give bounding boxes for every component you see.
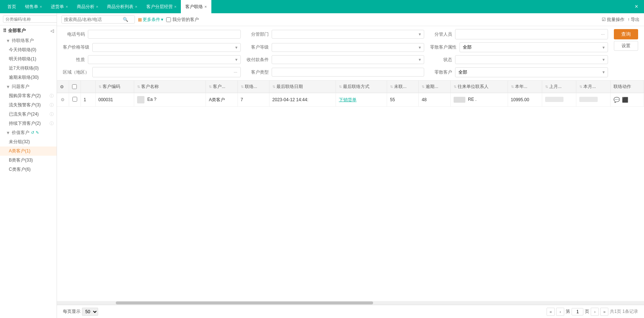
row-contact-count: 7 (237, 93, 269, 107)
sidebar-item-7days[interactable]: 近7天待联络(0) (0, 64, 57, 73)
last-method-link[interactable]: 下销货单 (339, 97, 357, 102)
customer-level-select[interactable]: ▾ (272, 43, 425, 52)
chat-action-icon[interactable]: 💬 (613, 97, 620, 103)
this-month-placeholder (579, 97, 598, 102)
customer-level-arrow: ▾ (419, 45, 421, 50)
sidebar-item-churn-warning[interactable]: 流失预警客户(3) ⓘ (0, 100, 57, 110)
page-size-select: 每页显示 50 (63, 308, 98, 316)
manager-dots-icon: ··· (601, 32, 605, 37)
info-icon-churn: ⓘ (50, 102, 54, 108)
sidebar-search-input[interactable] (3, 15, 57, 23)
edit-icon[interactable]: ✎ (36, 130, 39, 135)
nav-customer-contact[interactable]: 客户联络 × (181, 0, 211, 13)
retail-attr-select[interactable]: 全部 ▾ (459, 42, 608, 52)
sidebar-item-declining[interactable]: 持续下滑客户(2) ⓘ (0, 119, 57, 128)
row-this-month (576, 93, 611, 107)
next-page-btn[interactable]: › (591, 308, 599, 316)
payment-select[interactable]: ▾ (272, 55, 425, 64)
phone-input[interactable] (88, 30, 241, 39)
nav-sales[interactable]: 销售单 × (21, 0, 46, 13)
gear-icon[interactable]: ⚙ (60, 84, 64, 89)
region-dots[interactable]: ··· (92, 67, 241, 77)
pagination: « ‹ 第 页 › » 共1页 1条记录 (547, 308, 638, 316)
sidebar-item-overdue[interactable]: 逾期未联络(30) (0, 73, 57, 82)
nav-purchase[interactable]: 进货单 × (46, 0, 72, 13)
filter-payment: 收付款条件 ▾ (247, 55, 425, 64)
customer-type-input[interactable] (272, 68, 425, 77)
sidebar-item-class-a[interactable]: A类客户(1) (0, 146, 57, 156)
nav-product-close[interactable]: × (96, 4, 98, 9)
nature-label: 性质 (63, 57, 85, 63)
last-page-btn[interactable]: » (600, 308, 608, 316)
refresh-icon[interactable]: ↺ (31, 130, 34, 135)
sidebar-item-class-c[interactable]: C类客户(6) (0, 165, 57, 174)
search-icon[interactable]: 🔍 (123, 17, 128, 22)
col-name: ⇅ 客户名称 (134, 81, 206, 93)
col-no-contact: ⇅ 未联... (387, 81, 419, 93)
more-conditions-btn[interactable]: ▦ 更多条件 ▾ (138, 17, 163, 23)
page-number-input[interactable] (572, 308, 583, 315)
sidebar-collapse-icon[interactable]: ◁ (50, 28, 54, 33)
retail-customer-select[interactable]: 全部 ▾ (455, 67, 608, 77)
sidebar-item-unclassified[interactable]: 未分组(32) (0, 137, 57, 146)
more-arrow-icon: ▾ (161, 17, 163, 22)
nav-home[interactable]: 首页 (3, 0, 21, 13)
payment-arrow: ▾ (419, 57, 421, 62)
sort-icon-date: ⇅ (272, 85, 275, 89)
bottom-bar: 每页显示 50 « ‹ 第 页 › » 共1页 1条记录 (57, 305, 644, 318)
search-input[interactable] (64, 17, 123, 22)
my-customers-checkbox[interactable] (166, 17, 171, 22)
sidebar-group-value[interactable]: ▼ 价值客户 ↺ ✎ (0, 128, 57, 137)
sidebar-all-customers[interactable]: ⠿ 全部客户 ◁ (0, 25, 57, 36)
contact-person-avatar (454, 97, 465, 103)
nature-select[interactable]: ▾ (88, 55, 241, 64)
sidebar-item-hoard[interactable]: 囤购异常客户(2) ⓘ (0, 91, 57, 100)
dept-select[interactable]: ▾ (272, 30, 425, 39)
sidebar-item-class-b[interactable]: B类客户(33) (0, 156, 57, 165)
col-code: ⇅ 客户编码 (95, 81, 134, 93)
nav-product-list[interactable]: 商品分析列表 × (103, 0, 142, 13)
price-level-select[interactable]: ▾ (92, 43, 241, 52)
my-customers-check[interactable]: 我分管的客户 (166, 17, 199, 23)
row-gear-cell: ⚙ (57, 93, 69, 107)
row-gear-icon[interactable]: ⚙ (61, 97, 65, 102)
retail-customer-value: 全部 (458, 69, 467, 75)
nav-product-analysis[interactable]: 商品分析 × (72, 0, 103, 13)
scrollbar-thumb[interactable] (116, 301, 373, 304)
sort-icon-year: ⇅ (511, 85, 514, 89)
row-contact-person: RE . (450, 93, 508, 107)
nav-product-list-close[interactable]: × (135, 4, 137, 9)
row-checkbox[interactable] (72, 97, 77, 102)
last-month-placeholder (545, 97, 564, 102)
nav-purchase-close[interactable]: × (65, 4, 68, 9)
sidebar-group-pending[interactable]: ▼ 待联络客户 (0, 36, 57, 45)
nav-sales-close[interactable]: × (40, 4, 42, 9)
horizontal-scrollbar[interactable] (57, 301, 644, 305)
row-name: Ea ? (134, 93, 206, 107)
select-all-checkbox[interactable] (72, 84, 77, 89)
qr-action-icon[interactable]: ⬛ (622, 97, 628, 103)
nav-contact-close[interactable]: × (204, 4, 207, 9)
sidebar-item-churned[interactable]: 已流失客户(24) ⓘ (0, 110, 57, 119)
window-close-button[interactable]: × (632, 3, 641, 10)
page-size-dropdown[interactable]: 50 (82, 308, 98, 316)
query-button[interactable]: 查询 (614, 29, 638, 39)
sidebar-item-tomorrow[interactable]: 明天待联络(1) (0, 54, 57, 64)
nav-customer-segment[interactable]: 客户分层经营 × (142, 0, 181, 13)
manager-dots[interactable]: ··· (455, 29, 608, 39)
prev-page-btn[interactable]: ‹ (556, 308, 564, 316)
export-btn[interactable]: ↑ 导出 (627, 17, 640, 23)
status-select[interactable]: ▾ (455, 55, 608, 64)
first-page-btn[interactable]: « (547, 308, 555, 316)
sort-icon-method: ⇅ (339, 85, 342, 89)
nav-segment-close[interactable]: × (174, 4, 176, 9)
sidebar-item-today[interactable]: 今天待联络(0) (0, 45, 57, 54)
batch-ops-btn[interactable]: ☑ 批量操作 (602, 17, 625, 23)
row-no-contact: 55 (387, 93, 419, 107)
sidebar-group-problem[interactable]: ▼ 问题客户 (0, 82, 57, 91)
retail-customer-arrow: ▾ (602, 70, 605, 75)
info-icon-hoard: ⓘ (50, 93, 54, 99)
filter-actions: 查询 设置 (614, 29, 638, 77)
settings-button[interactable]: 设置 (614, 41, 638, 51)
region-dots-icon: ··· (234, 70, 237, 75)
